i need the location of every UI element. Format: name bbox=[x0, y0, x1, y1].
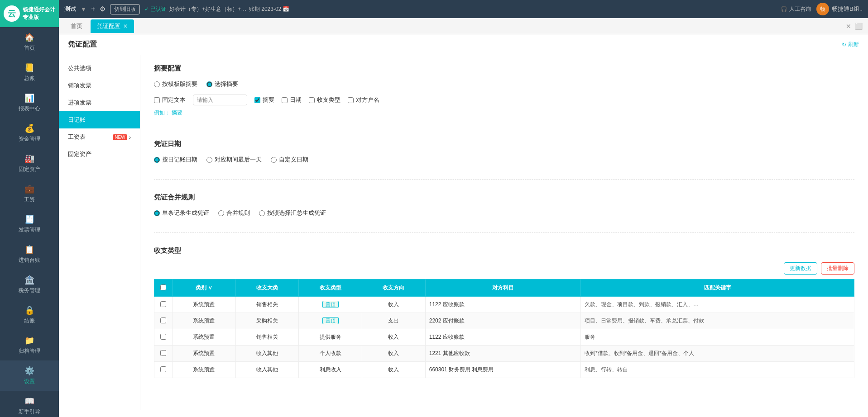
income-type-checkbox-label[interactable]: 收支类型 bbox=[309, 96, 340, 104]
row-checkbox-1[interactable] bbox=[160, 317, 166, 323]
batch-delete-button[interactable]: 批量删除 bbox=[821, 262, 854, 275]
single-radio-label[interactable]: 单条记录生成凭证 bbox=[154, 209, 209, 217]
select-all-checkbox[interactable] bbox=[160, 284, 166, 290]
merge-rule-radio[interactable] bbox=[218, 210, 224, 216]
sidebar-item-tax[interactable]: 🏦 税务管理 bbox=[0, 270, 59, 300]
update-data-button[interactable]: 更新数据 bbox=[784, 262, 817, 275]
sidebar-item-label: 报表中心 bbox=[19, 105, 40, 113]
sidebar-item-label: 新手引导 bbox=[19, 408, 40, 416]
calendar-icon[interactable]: 📅 bbox=[283, 6, 289, 12]
old-version-button[interactable]: 切到旧版 bbox=[110, 4, 140, 14]
assets-icon: 🏭 bbox=[24, 154, 34, 164]
sidebar-item-settings[interactable]: ⚙️ 设置 bbox=[0, 360, 59, 391]
period-last-radio-label[interactable]: 对应期间最后一天 bbox=[206, 156, 262, 164]
row-checkbox-cell bbox=[154, 346, 173, 362]
income-type-checkbox[interactable] bbox=[309, 97, 315, 103]
journal-date-radio-label[interactable]: 按日记账日期 bbox=[154, 156, 197, 164]
row-checkbox-0[interactable] bbox=[160, 301, 166, 307]
refresh-button[interactable]: ↻ 刷新 bbox=[842, 41, 859, 48]
summary-select-radio[interactable] bbox=[206, 81, 212, 87]
single-radio[interactable] bbox=[154, 210, 160, 216]
tab-close-icon[interactable]: ✕ bbox=[123, 23, 128, 29]
user-menu[interactable]: 畅 畅捷通B组.. bbox=[816, 3, 863, 15]
row-main-type: 销售相关 bbox=[235, 297, 299, 313]
select-summary-radio-label[interactable]: 按照选择汇总生成凭证 bbox=[259, 209, 326, 217]
add-icon[interactable]: + bbox=[91, 5, 95, 13]
custom-date-radio-label[interactable]: 自定义日期 bbox=[271, 156, 308, 164]
tabbar: 首页 凭证配置 ✕ ✕ ⬜ bbox=[59, 18, 868, 34]
fixed-text-input[interactable] bbox=[193, 95, 247, 105]
row-keyword: 项目、日常费用、报销款、车费、承兑汇票、付款 bbox=[581, 313, 854, 329]
arrow-icon: › bbox=[129, 134, 131, 141]
new-badge: NEW bbox=[113, 134, 127, 140]
summary-section: 摘要配置 按模板版摘要 选择摘要 bbox=[154, 64, 854, 126]
topbar-title: 测试 bbox=[64, 5, 76, 13]
sidebar-item-funds[interactable]: 💰 资金管理 bbox=[0, 118, 59, 148]
sidebar-item-invoice[interactable]: 🧾 发票管理 bbox=[0, 209, 59, 239]
left-menu-item-salary-table[interactable]: 工资表 NEW › bbox=[59, 128, 140, 146]
sidebar-item-label: 设置 bbox=[24, 378, 35, 385]
date-checkbox[interactable] bbox=[282, 97, 288, 103]
content-area: 凭证配置 ↻ 刷新 公共选项 销项发票 进项发票 日记账 bbox=[59, 34, 868, 417]
tab-voucher-config[interactable]: 凭证配置 ✕ bbox=[91, 19, 134, 33]
row-checkbox-4[interactable] bbox=[160, 366, 166, 372]
row-checkbox-2[interactable] bbox=[160, 334, 166, 340]
sidebar-item-label: 工资 bbox=[24, 196, 35, 204]
row-direction: 收入 bbox=[362, 329, 426, 346]
merge-rule-radio-label[interactable]: 合并规则 bbox=[218, 209, 250, 217]
summary-radio-select[interactable]: 选择摘要 bbox=[206, 80, 238, 88]
custom-date-radio[interactable] bbox=[271, 157, 277, 163]
sidebar-item-salary[interactable]: 💼 工资 bbox=[0, 179, 59, 209]
left-menu-item-journal[interactable]: 日记账 bbox=[59, 111, 140, 128]
sidebar-item-ledger[interactable]: 📒 总账 bbox=[0, 57, 59, 88]
period-last-radio[interactable] bbox=[206, 157, 212, 163]
row-subject: 1122 应收账款 bbox=[425, 297, 580, 313]
sidebar-item-guide[interactable]: 📖 新手引导 bbox=[0, 391, 59, 417]
pin-tag[interactable]: 置顶 bbox=[322, 301, 339, 308]
table-header-checkbox bbox=[154, 280, 173, 297]
left-menu-item-fixed-assets[interactable]: 固定资产 bbox=[59, 146, 140, 163]
sidebar-item-label: 资金管理 bbox=[19, 135, 40, 143]
summary-template-radio[interactable] bbox=[154, 81, 160, 87]
row-main-type: 收入其他 bbox=[235, 362, 299, 378]
left-menu-item-purchase-invoice[interactable]: 进项发票 bbox=[59, 94, 140, 111]
summary-section-title: 摘要配置 bbox=[154, 64, 854, 73]
close-window-icon[interactable]: ✕ bbox=[846, 23, 851, 30]
tab-home[interactable]: 首页 bbox=[64, 19, 89, 33]
table-row: 系统预置 收入其他 利息收入 收入 660301 财务费用 利息费用 利息、行转… bbox=[154, 362, 854, 378]
sidebar-item-label: 发票管理 bbox=[19, 226, 40, 234]
left-menu-item-public[interactable]: 公共选项 bbox=[59, 60, 140, 77]
dropdown-arrow-icon[interactable]: ▼ bbox=[81, 6, 86, 13]
left-menu-item-sales[interactable]: 销项发票 bbox=[59, 77, 140, 94]
sidebar-item-home[interactable]: 🏠 首页 bbox=[0, 27, 59, 57]
income-expense-table: 类别 ∨ 收支大类 收支类型 收支方向 对方科目 匹配关键字 bbox=[154, 279, 854, 378]
maximize-icon[interactable]: ⬜ bbox=[855, 23, 863, 30]
sidebar-item-label: 进销台账 bbox=[19, 256, 40, 264]
row-checkbox-3[interactable] bbox=[160, 350, 166, 356]
summary-checkbox[interactable] bbox=[254, 97, 260, 103]
archive-icon: 📁 bbox=[24, 336, 34, 346]
fixed-text-checkbox[interactable] bbox=[154, 97, 160, 103]
counterparty-checkbox[interactable] bbox=[348, 97, 354, 103]
pin-tag[interactable]: 置顶 bbox=[322, 317, 339, 324]
sidebar-item-purchase[interactable]: 📋 进销台账 bbox=[0, 239, 59, 270]
summary-checkbox-label[interactable]: 摘要 bbox=[254, 96, 274, 104]
counterparty-checkbox-label[interactable]: 对方户名 bbox=[348, 96, 379, 104]
summary-radio-template[interactable]: 按模板版摘要 bbox=[154, 80, 197, 88]
product-tags: 好会计（专）+好生意（标）+… bbox=[169, 5, 246, 13]
headset-icon: 🎧 bbox=[781, 6, 787, 12]
sidebar-item-reports[interactable]: 📊 报表中心 bbox=[0, 88, 59, 118]
help-button[interactable]: 🎧 人工咨询 bbox=[781, 5, 811, 13]
gear-icon[interactable]: ⚙ bbox=[100, 5, 106, 13]
journal-date-radio[interactable] bbox=[154, 157, 160, 163]
summary-checkbox-row: 固定文本 摘要 日期 收支类型 bbox=[154, 95, 854, 105]
select-summary-radio[interactable] bbox=[259, 210, 265, 216]
logo-icon: 云 bbox=[4, 5, 20, 22]
sidebar-item-close[interactable]: 🔒 结账 bbox=[0, 300, 59, 330]
row-direction: 支出 bbox=[362, 313, 426, 329]
sidebar-item-archive[interactable]: 📁 归档管理 bbox=[0, 330, 59, 360]
sidebar-item-assets[interactable]: 🏭 固定资产 bbox=[0, 148, 59, 179]
date-checkbox-label[interactable]: 日期 bbox=[282, 96, 302, 104]
fixed-text-checkbox-label[interactable]: 固定文本 bbox=[154, 96, 186, 104]
table-row: 系统预置 收入其他 个人收款 收入 1221 其他应收款 收到*借款、收到*备用… bbox=[154, 346, 854, 362]
